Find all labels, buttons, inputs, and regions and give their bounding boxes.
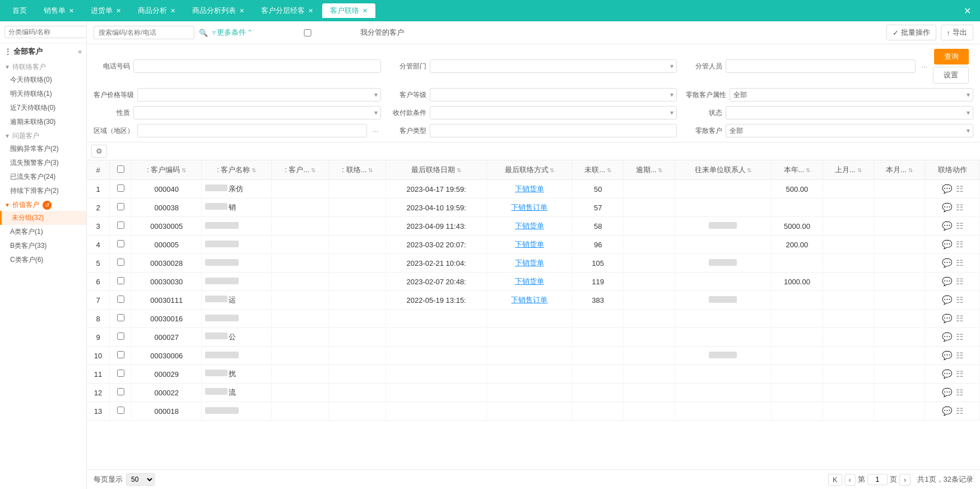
sidebar-item-tomorrow[interactable]: 明天待联络(1) bbox=[0, 87, 86, 101]
row-checkbox[interactable] bbox=[117, 370, 124, 377]
comment-icon[interactable]: 💬 bbox=[942, 406, 953, 416]
comment-icon[interactable]: 💬 bbox=[942, 332, 953, 342]
comment-icon[interactable]: 💬 bbox=[942, 202, 953, 213]
search-icon[interactable]: 🔍 bbox=[199, 29, 208, 37]
person-input[interactable] bbox=[726, 59, 916, 73]
close-icon[interactable]: ✕ bbox=[308, 7, 313, 15]
close-icon[interactable]: ✕ bbox=[363, 7, 368, 15]
sidebar-item-lost[interactable]: 已流失客户(24) bbox=[0, 170, 86, 184]
tab-purchase[interactable]: 进货单 ✕ bbox=[83, 3, 129, 18]
row-checkbox[interactable] bbox=[117, 314, 124, 321]
more-icon[interactable]: ☷ bbox=[956, 406, 963, 416]
select-all-checkbox[interactable] bbox=[117, 165, 124, 173]
retail-attr-select[interactable]: 全部 bbox=[730, 88, 973, 102]
sidebar-item-today[interactable]: 今天待联络(0) bbox=[0, 73, 86, 87]
page-input[interactable] bbox=[867, 474, 888, 485]
col-last-month[interactable]: 上月... bbox=[823, 160, 874, 180]
row-checkbox[interactable] bbox=[117, 203, 124, 210]
col-code[interactable]: : 客户编码 bbox=[132, 160, 202, 180]
row-checkbox[interactable] bbox=[117, 388, 124, 395]
prev-page-button[interactable]: ‹ bbox=[844, 474, 856, 486]
col-this-year[interactable]: 本年... bbox=[772, 160, 823, 180]
query-button[interactable]: 查询 bbox=[934, 49, 969, 64]
more-icon[interactable]: ☷ bbox=[956, 369, 963, 379]
payment-select[interactable] bbox=[430, 106, 677, 119]
row-checkbox[interactable] bbox=[117, 351, 124, 358]
row-checkbox[interactable] bbox=[117, 333, 124, 340]
sidebar-item-a[interactable]: A类客户(1) bbox=[0, 225, 86, 239]
row-checkbox[interactable] bbox=[117, 296, 124, 303]
contact-method-link[interactable]: 下销货单 bbox=[515, 240, 544, 248]
tab-analysis-list[interactable]: 商品分析列表 ✕ bbox=[184, 3, 252, 18]
more-icon[interactable]: ☷ bbox=[956, 295, 963, 305]
col-no-contact[interactable]: 未联... bbox=[573, 160, 624, 180]
region-input[interactable] bbox=[137, 124, 367, 137]
more-icon[interactable]: ☷ bbox=[956, 184, 963, 194]
dept-select[interactable] bbox=[430, 59, 677, 73]
tab-customer-contact[interactable]: 客户联络 ✕ bbox=[322, 3, 375, 18]
contact-method-link[interactable]: 下销货单 bbox=[515, 259, 544, 267]
col-type[interactable]: : 客户... bbox=[272, 160, 329, 180]
comment-icon[interactable]: 💬 bbox=[942, 221, 953, 231]
search-input[interactable] bbox=[94, 26, 194, 39]
contact-method-link[interactable]: 下销售订单 bbox=[511, 203, 547, 211]
col-overdue[interactable]: 逾期... bbox=[624, 160, 675, 180]
sidebar-item-c[interactable]: C类客户(6) bbox=[0, 253, 86, 267]
nature-select[interactable] bbox=[133, 106, 381, 119]
col-last-contact-date[interactable]: 最后联络日期 bbox=[386, 160, 487, 180]
sidebar-item-warning[interactable]: 流失预警客户(3) bbox=[0, 156, 86, 170]
sidebar-group-pending[interactable]: 待联络客户 bbox=[0, 60, 86, 73]
sidebar-item-abnormal[interactable]: 囤购异常客户(2) bbox=[0, 142, 86, 156]
row-checkbox[interactable] bbox=[117, 240, 124, 247]
first-page-button[interactable]: K bbox=[828, 474, 842, 486]
more-icon[interactable]: ☷ bbox=[956, 202, 963, 213]
comment-icon[interactable]: 💬 bbox=[942, 184, 953, 194]
col-name[interactable]: : 客户名称 bbox=[202, 160, 272, 180]
sidebar-all-customers[interactable]: ⋮ 全部客户 « bbox=[0, 43, 86, 60]
contact-method-link[interactable]: 下销货单 bbox=[515, 222, 544, 230]
more-icon[interactable]: ☷ bbox=[956, 350, 963, 361]
retail-select[interactable]: 全部 bbox=[726, 124, 973, 137]
row-checkbox[interactable] bbox=[117, 184, 124, 192]
comment-icon[interactable]: 💬 bbox=[942, 387, 953, 398]
close-icon[interactable]: ✕ bbox=[69, 7, 74, 15]
per-page-select[interactable]: 50 100 200 bbox=[126, 473, 155, 486]
row-checkbox[interactable] bbox=[117, 259, 124, 266]
cust-grade-select[interactable] bbox=[430, 88, 677, 102]
sidebar-item-ungroup[interactable]: 未分组(32) bbox=[0, 211, 86, 225]
comment-icon[interactable]: 💬 bbox=[942, 350, 953, 361]
sidebar-item-7days[interactable]: 近7天待联络(0) bbox=[0, 101, 86, 115]
col-contacts[interactable]: 往来单位联系人 bbox=[675, 160, 772, 180]
tab-customer-segment[interactable]: 客户分层经客 ✕ bbox=[253, 3, 321, 18]
sidebar-item-declining[interactable]: 持续下滑客户(2) bbox=[0, 184, 86, 198]
row-checkbox[interactable] bbox=[117, 222, 124, 229]
cust-type-input[interactable] bbox=[430, 124, 677, 137]
comment-icon[interactable]: 💬 bbox=[942, 276, 953, 287]
sidebar-group-problem[interactable]: 问题客户 bbox=[0, 129, 86, 142]
comment-icon[interactable]: 💬 bbox=[942, 258, 953, 268]
more-icon[interactable]: ☷ bbox=[956, 313, 963, 324]
contact-method-link[interactable]: 下销货单 bbox=[515, 184, 544, 193]
next-page-button[interactable]: › bbox=[899, 474, 911, 486]
contact-method-link[interactable]: 下销货单 bbox=[515, 277, 544, 285]
my-customers-checkbox[interactable] bbox=[257, 29, 358, 36]
more-icon[interactable]: ☷ bbox=[956, 332, 963, 342]
column-settings-button[interactable]: ⚙ bbox=[91, 145, 107, 158]
phone-input[interactable] bbox=[133, 59, 381, 73]
comment-icon[interactable]: 💬 bbox=[942, 239, 953, 250]
person-dots-icon[interactable]: ··· bbox=[919, 62, 930, 71]
reset-button[interactable]: 设置 bbox=[933, 67, 969, 84]
more-conditions-btn[interactable]: ▿ 更多条件 ⌃ bbox=[212, 27, 253, 38]
more-icon[interactable]: ☷ bbox=[956, 221, 963, 231]
close-icon[interactable]: ✕ bbox=[170, 7, 175, 15]
more-icon[interactable]: ☷ bbox=[956, 387, 963, 398]
close-icon[interactable]: ✕ bbox=[116, 7, 121, 15]
export-button[interactable]: ↑ 导出 bbox=[941, 25, 974, 40]
comment-icon[interactable]: 💬 bbox=[942, 313, 953, 324]
more-icon[interactable]: ☷ bbox=[956, 276, 963, 287]
sidebar-item-b[interactable]: B类客户(33) bbox=[0, 239, 86, 253]
sidebar-group-value[interactable]: 价值客户 ↺ bbox=[0, 198, 86, 211]
window-close-button[interactable]: ✕ bbox=[959, 6, 976, 16]
row-checkbox[interactable] bbox=[117, 277, 124, 284]
sidebar-item-overdue[interactable]: 逾期未联络(30) bbox=[0, 115, 86, 129]
